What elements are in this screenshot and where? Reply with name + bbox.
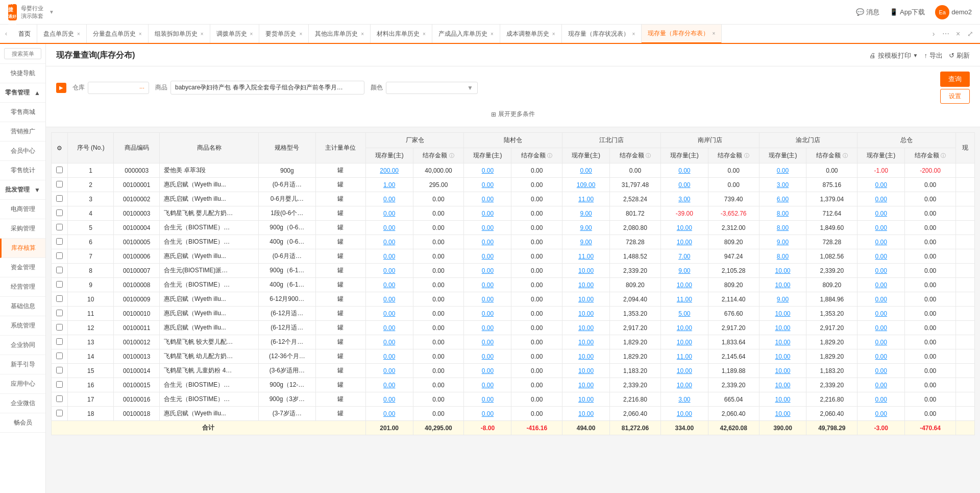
total-qty-cell[interactable]: 0.00 <box>857 335 905 349</box>
sidebar-item-retail-store[interactable]: 零售商城 <box>0 103 45 122</box>
info-icon[interactable]: ⓘ <box>941 153 946 158</box>
w4-qty-cell[interactable]: 10.00 <box>660 364 708 378</box>
tab-close-all-btn[interactable]: × <box>952 28 964 39</box>
w3-qty-cell[interactable]: 9.00 <box>562 235 610 249</box>
user-area[interactable]: Ea demo2 <box>935 5 972 19</box>
total-qty-cell[interactable]: 0.00 <box>857 378 905 392</box>
sidebar-item-wholesale[interactable]: 批发管理 ▼ <box>0 180 45 200</box>
w1-qty-cell[interactable]: 0.00 <box>365 221 413 235</box>
w1-qty-cell[interactable]: 0.00 <box>365 349 413 364</box>
app-download-btn[interactable]: 📱 App下载 <box>890 8 925 17</box>
row-checkbox[interactable] <box>52 178 68 192</box>
w4-qty-cell[interactable]: 10.00 <box>660 335 708 349</box>
w4-qty-cell[interactable]: 5.00 <box>660 307 708 321</box>
w3-qty-cell[interactable]: 0.00 <box>562 163 610 178</box>
tab-partial-count[interactable]: 分量盘点单历史 × <box>87 25 149 43</box>
brand-dropdown-icon[interactable]: ▼ <box>49 9 54 15</box>
w4-qty-cell[interactable]: 0.00 <box>660 163 708 178</box>
goods-input[interactable]: babycare孕妇待产包 春季入院全套母子组合孕妇产前冬季月子用品 22件套 … <box>170 81 364 95</box>
tab-close-icon[interactable]: × <box>139 31 142 37</box>
sidebar-item-inventory[interactable]: 库存核算 <box>0 239 45 258</box>
w4-qty-cell[interactable]: 10.00 <box>660 278 708 292</box>
tab-transfer[interactable]: 调拨单历史 × <box>210 25 260 43</box>
sidebar-item-retail-stats[interactable]: 零售统计 <box>0 161 45 180</box>
sidebar-item-finance[interactable]: 资金管理 <box>0 258 45 277</box>
total-qty-cell[interactable]: 0.00 <box>857 349 905 364</box>
total-qty-cell[interactable]: 0.00 <box>857 221 905 235</box>
w4-qty-cell[interactable]: 0.00 <box>660 178 708 192</box>
w3-qty-cell[interactable]: 10.00 <box>562 278 610 292</box>
sidebar-item-retail-mgmt[interactable]: 零售管理 ▲ <box>0 83 45 103</box>
tab-close-icon[interactable]: × <box>77 31 80 37</box>
tab-close-icon[interactable]: × <box>361 31 364 37</box>
refresh-btn[interactable]: ↺ 刷新 <box>949 51 970 60</box>
w5-qty-cell[interactable]: 10.00 <box>759 335 806 349</box>
w5-qty-cell[interactable]: 9.00 <box>759 292 806 307</box>
w3-qty-cell[interactable]: 10.00 <box>562 392 610 407</box>
tab-close-icon[interactable]: × <box>299 31 302 37</box>
w5-qty-cell[interactable]: 8.00 <box>759 206 806 221</box>
tab-material-out[interactable]: 材料出库单历史 × <box>371 25 432 43</box>
sidebar-item-vip[interactable]: 畅会员 <box>0 413 45 433</box>
total-qty-cell[interactable]: 0.00 <box>857 278 905 292</box>
w5-qty-cell[interactable]: 8.00 <box>759 221 806 235</box>
row-checkbox[interactable] <box>52 378 68 392</box>
tab-inventory-count[interactable]: 盘点单历史 × <box>37 25 87 43</box>
total-qty-cell[interactable]: 0.00 <box>857 321 905 335</box>
w1-qty-cell[interactable]: 0.00 <box>365 249 413 264</box>
w3-qty-cell[interactable]: 10.00 <box>562 349 610 364</box>
w2-qty-cell[interactable]: 0.00 <box>464 321 511 335</box>
sidebar-item-marketing[interactable]: 营销推广 <box>0 122 45 142</box>
w4-qty-cell[interactable]: 9.00 <box>660 264 708 278</box>
w1-qty-cell[interactable]: 0.00 <box>365 392 413 407</box>
tab-close-icon[interactable]: × <box>712 31 715 36</box>
w2-qty-cell[interactable]: 0.00 <box>464 407 511 421</box>
row-checkbox[interactable] <box>52 278 68 292</box>
w4-qty-cell[interactable]: 10.00 <box>660 407 708 421</box>
w1-qty-cell[interactable]: 1.00 <box>365 178 413 192</box>
tab-close-icon[interactable]: × <box>250 31 253 37</box>
w2-qty-cell[interactable]: 0.00 <box>464 292 511 307</box>
w2-qty-cell[interactable]: 0.00 <box>464 249 511 264</box>
w1-qty-cell[interactable]: 0.00 <box>365 335 413 349</box>
sidebar-search-input[interactable] <box>4 48 41 59</box>
w4-qty-cell[interactable]: 10.00 <box>660 321 708 335</box>
w3-qty-cell[interactable]: 10.00 <box>562 335 610 349</box>
row-checkbox[interactable] <box>52 349 68 364</box>
sidebar-quick-nav[interactable]: 快捷导航 <box>0 64 45 83</box>
total-qty-cell[interactable]: -1.00 <box>857 163 905 178</box>
sidebar-item-enterprise-wechat[interactable]: 企业微信 <box>0 394 45 413</box>
w3-qty-cell[interactable]: 9.00 <box>562 206 610 221</box>
w1-qty-cell[interactable]: 0.00 <box>365 407 413 421</box>
tab-home[interactable]: 首页 <box>12 25 37 43</box>
tab-close-icon[interactable]: × <box>632 31 635 37</box>
tab-stock-distribution[interactable]: 现存量（库存分布表） × <box>642 25 722 43</box>
w5-qty-cell[interactable]: 0.00 <box>759 163 806 178</box>
tab-fullscreen-btn[interactable]: ⤢ <box>965 28 976 39</box>
row-checkbox[interactable] <box>52 407 68 421</box>
total-qty-cell[interactable]: 0.00 <box>857 206 905 221</box>
tab-stock-status[interactable]: 现存量（库存状况表） × <box>562 25 642 43</box>
export-btn[interactable]: ↑ 导出 <box>924 51 943 60</box>
info-icon[interactable]: ⓘ <box>744 153 749 158</box>
total-qty-cell[interactable]: 0.00 <box>857 292 905 307</box>
w4-qty-cell[interactable]: 10.00 <box>660 235 708 249</box>
w5-qty-cell[interactable]: 3.00 <box>759 178 806 192</box>
w2-qty-cell[interactable]: 0.00 <box>464 264 511 278</box>
sidebar-item-member[interactable]: 会员中心 <box>0 142 45 161</box>
w1-qty-cell[interactable]: 0.00 <box>365 378 413 392</box>
info-icon[interactable]: ⓘ <box>843 153 848 158</box>
total-qty-cell[interactable]: 0.00 <box>857 407 905 421</box>
sidebar-item-system[interactable]: 系统管理 <box>0 316 45 336</box>
w4-qty-cell[interactable]: 7.00 <box>660 249 708 264</box>
w3-qty-cell[interactable]: 10.00 <box>562 378 610 392</box>
w5-qty-cell[interactable]: 10.00 <box>759 321 806 335</box>
w3-qty-cell[interactable]: 10.00 <box>562 292 610 307</box>
w5-qty-cell[interactable]: 10.00 <box>759 264 806 278</box>
tab-close-icon[interactable]: × <box>491 31 494 37</box>
tab-assembly[interactable]: 组装拆卸单历史 × <box>149 25 210 43</box>
w1-qty-cell[interactable]: 0.00 <box>365 307 413 321</box>
w2-qty-cell[interactable]: 0.00 <box>464 178 511 192</box>
total-qty-cell[interactable]: 0.00 <box>857 307 905 321</box>
w1-qty-cell[interactable]: 0.00 <box>365 292 413 307</box>
